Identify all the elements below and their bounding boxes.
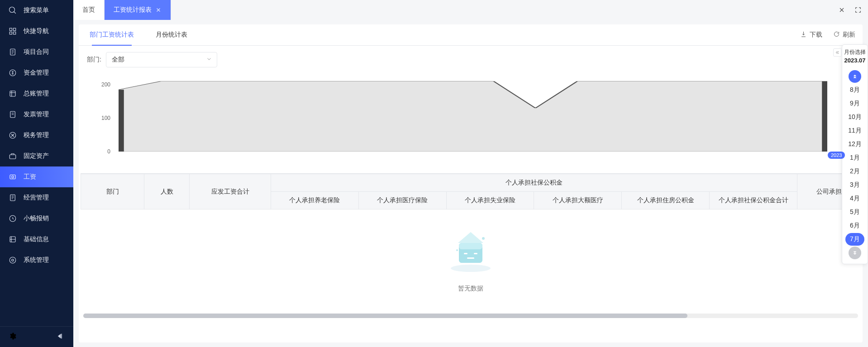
svg-rect-2 <box>10 32 12 34</box>
salary-table: 部门 人数 应发工资合计 个人承担社保公积金 公司承担 个人承担养老保险个人承担… <box>81 174 861 209</box>
th-sub: 个人承担大额医疗 <box>534 192 622 209</box>
svg-point-25 <box>482 237 485 240</box>
download-button[interactable]: 下载 <box>800 31 822 39</box>
sidebar-item-tax[interactable]: 税务管理 <box>0 125 73 146</box>
chart-area <box>119 75 827 152</box>
grid-icon <box>8 27 17 36</box>
svg-rect-18 <box>61 334 62 339</box>
tax-icon <box>8 131 17 140</box>
month-picker-item[interactable]: 10月 <box>842 111 868 124</box>
month-picker-item[interactable]: 11月 <box>842 124 868 137</box>
sidebar-item-salary[interactable]: 工资 <box>0 166 73 187</box>
page-tabbar-actions <box>832 0 868 20</box>
invoice-icon <box>8 110 17 119</box>
th-sub: 个人承担社保公积金合计 <box>710 192 797 209</box>
svg-rect-23 <box>474 253 477 254</box>
sidebar-item-label: 搜索菜单 <box>24 6 49 14</box>
biz-icon <box>8 193 17 202</box>
sidebar-item-money[interactable]: 资金管理 <box>0 62 73 83</box>
sidebar-item-asset[interactable]: 固定资产 <box>0 146 73 166</box>
month-picker-item[interactable]: 1月 <box>842 152 868 164</box>
sidebar-item-ledger[interactable]: 总账管理 <box>0 83 73 104</box>
sidebar-item-biz[interactable]: 经营管理 <box>0 187 73 208</box>
svg-point-11 <box>12 176 14 178</box>
sidebar-item-system[interactable]: 系统管理 <box>0 250 73 271</box>
subtab-label: 月份统计表 <box>156 31 187 39</box>
subtab-label: 部门工资统计表 <box>90 31 134 39</box>
svg-rect-1 <box>14 28 16 30</box>
month-picker-current: 2023.07 <box>842 57 868 67</box>
month-picker-item[interactable]: 4月 <box>842 192 868 205</box>
download-icon <box>800 31 807 39</box>
sidebar-item-label: 小畅报销 <box>24 214 49 223</box>
month-picker-expand-icon[interactable] <box>833 48 841 57</box>
collapse-sidebar-icon[interactable] <box>56 332 64 342</box>
department-filter-label: 部门: <box>87 56 101 64</box>
asset-icon <box>8 152 17 161</box>
month-picker-item[interactable]: 8月 <box>842 84 868 96</box>
th-sub: 个人承担住房公积金 <box>622 192 710 209</box>
sidebar-item-base[interactable]: 基础信息 <box>0 229 73 250</box>
chart: 0100200 <box>87 75 827 165</box>
month-picker-down-button[interactable] <box>849 247 861 259</box>
th-sub: 个人承担养老保险 <box>271 192 359 209</box>
chart-container: 0100200 <box>79 70 863 167</box>
month-picker-item[interactable]: 3月 <box>842 179 868 191</box>
sidebar-item-grid[interactable]: 快捷导航 <box>0 21 73 42</box>
sidebar-item-label: 固定资产 <box>24 152 49 160</box>
department-select[interactable]: 全部 <box>106 52 217 67</box>
sidebar-item-label: 经营管理 <box>24 194 49 202</box>
svg-rect-10 <box>10 175 15 179</box>
download-label: 下载 <box>810 31 822 39</box>
month-picker-item[interactable]: 12月 <box>842 138 868 151</box>
refresh-button[interactable]: 刷新 <box>833 31 855 39</box>
sidebar-item-expense[interactable]: 小畅报销 <box>0 208 73 229</box>
horizontal-scrollbar[interactable] <box>83 314 858 318</box>
table-scroll[interactable]: 部门 人数 应发工资合计 个人承担社保公积金 公司承担 个人承担养老保险个人承担… <box>81 173 861 209</box>
month-picker-list: 8月9月10月11月12月20231月2月3月4月5月6月7月 <box>842 67 868 264</box>
subtab-month[interactable]: 月份统计表 <box>145 24 198 45</box>
search-icon <box>8 6 17 15</box>
month-picker-item[interactable]: 5月 <box>842 206 868 219</box>
th-sub: 个人承担医疗保险 <box>358 192 446 209</box>
month-picker-item[interactable]: 2月 <box>842 165 868 178</box>
sidebar-item-label: 总账管理 <box>24 90 49 98</box>
svg-rect-21 <box>459 243 482 249</box>
department-select-value: 全部 <box>112 56 124 64</box>
page-tab-label: 工资统计报表 <box>114 6 152 14</box>
month-picker-item[interactable]: 9月 <box>842 97 868 110</box>
month-picker-year-badge: 2023 <box>828 152 845 159</box>
month-picker-up-button[interactable] <box>849 70 861 83</box>
sidebar-item-label: 快捷导航 <box>24 27 49 35</box>
empty-state-text: 暂无数据 <box>458 285 483 293</box>
sidebar-item-search[interactable]: 搜索菜单 <box>0 0 73 21</box>
month-picker-item[interactable]: 6月 <box>842 219 868 232</box>
close-icon[interactable] <box>155 7 162 13</box>
th-sub: 个人承担失业保险 <box>446 192 534 209</box>
page-tab-salary-report[interactable]: 工资统计报表 <box>105 0 171 20</box>
sidebar-item-label: 系统管理 <box>24 256 49 264</box>
month-picker: 月份选择 2023.07 8月9月10月11月12月20231月2月3月4月5月… <box>842 44 868 264</box>
empty-state-illustration <box>444 223 498 277</box>
close-all-tabs-icon[interactable] <box>838 6 845 14</box>
page-tab-home[interactable]: 首页 <box>73 0 105 20</box>
svg-rect-9 <box>10 155 16 159</box>
fullscreen-icon[interactable] <box>854 6 862 14</box>
sidebar-item-label: 工资 <box>24 173 36 181</box>
svg-point-26 <box>456 249 458 251</box>
system-icon <box>8 256 17 265</box>
sidebar: 搜索菜单快捷导航项目合同资金管理总账管理发票管理税务管理固定资产工资经营管理小畅… <box>0 0 73 347</box>
subtab-department[interactable]: 部门工资统计表 <box>79 24 145 45</box>
svg-rect-3 <box>14 32 16 34</box>
sidebar-items: 搜索菜单快捷导航项目合同资金管理总账管理发票管理税务管理固定资产工资经营管理小畅… <box>0 0 73 326</box>
main-area: 首页 工资统计报表 部门工资统计表 <box>73 0 868 347</box>
sidebar-item-doc[interactable]: 项目合同 <box>0 42 73 62</box>
chart-ytick: 0 <box>92 148 110 155</box>
sidebar-item-invoice[interactable]: 发票管理 <box>0 104 73 125</box>
settings-icon[interactable] <box>9 332 17 342</box>
refresh-label: 刷新 <box>843 31 855 39</box>
report-toolbar: 下载 刷新 <box>800 31 855 39</box>
svg-point-16 <box>12 259 14 261</box>
month-picker-item[interactable]: 7月 <box>845 233 864 246</box>
chevron-down-icon <box>206 56 212 64</box>
